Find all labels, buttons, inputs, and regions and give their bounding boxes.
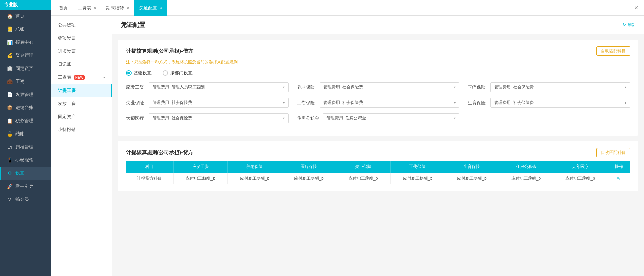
- unemployment-select-value: 管理费用_社会保险费: [153, 100, 192, 106]
- credit-col-操作: 操作: [607, 161, 630, 173]
- salary-select[interactable]: 管理费用_管理人员职工薪酬 ▾: [149, 82, 289, 92]
- sub-sidebar-item-pay-salary[interactable]: 发放工资: [51, 97, 112, 110]
- tab-period-close[interactable]: 期末结转×: [101, 0, 134, 16]
- maternity-select[interactable]: 管理费用_社会保险费 ▾: [490, 98, 630, 108]
- sidebar-item-reports[interactable]: 📊 报表中心: [0, 36, 51, 49]
- sub-sidebar-label-xiaochang-expense: 小畅报销: [58, 127, 76, 133]
- housing-select-value: 管理费用_住房公积金: [326, 115, 366, 121]
- credit-section-title: 计提核算规则(公司承担)-贷方: [126, 149, 193, 156]
- guide-icon: 🚀: [7, 183, 13, 189]
- tab-close-payroll[interactable]: ×: [94, 6, 96, 10]
- funds-icon: 💰: [7, 52, 13, 59]
- large-medical-select[interactable]: 管理费用_社会保险费 ▾: [149, 113, 289, 123]
- sidebar-item-guide[interactable]: 🚀 新手引导: [0, 180, 51, 193]
- sub-sidebar-item-payroll-table[interactable]: 工资表 NEW▾: [51, 71, 112, 84]
- pension-select-value: 管理费用_社会保险费: [323, 84, 363, 90]
- sub-sidebar-item-sales-invoice[interactable]: 销项发票: [51, 32, 112, 45]
- close-icon: 🔒: [7, 131, 13, 137]
- sub-sidebar-item-common[interactable]: 公共选项: [51, 19, 112, 32]
- credit-action-cell[interactable]: ✎: [607, 173, 630, 184]
- debit-section-title: 计提核算规则(公司承担)-借方: [126, 48, 193, 54]
- medical-select-value: 管理费用_社会保险费: [494, 84, 534, 90]
- housing-select[interactable]: 管理费用_住房公积金 ▾: [323, 113, 459, 123]
- salary-icon: 💼: [7, 78, 13, 85]
- assets-icon: 🏢: [7, 65, 13, 72]
- maternity-label: 生育保险: [468, 100, 487, 106]
- credit-auto-match-button[interactable]: 自动匹配科目: [596, 148, 630, 157]
- salary-chevron-icon: ▾: [283, 85, 285, 89]
- tab-payroll[interactable]: 工资表×: [73, 0, 101, 16]
- sidebar-item-ledger[interactable]: 📒 总账: [0, 23, 51, 36]
- sidebar-item-settings[interactable]: ⚙ 设置: [0, 167, 51, 180]
- refresh-button[interactable]: ↻ 刷新: [623, 22, 636, 28]
- radio-basic-circle: [126, 70, 132, 76]
- sidebar-item-home[interactable]: 🏠 首页: [0, 10, 51, 23]
- tab-voucher-config[interactable]: 凭证配置×: [134, 0, 167, 16]
- sidebar-item-stock[interactable]: 📦 进销台账: [0, 101, 51, 114]
- medical-select[interactable]: 管理费用_社会保险费 ▾: [490, 82, 630, 92]
- credit-col-医疗保险: 医疗保险: [282, 161, 336, 173]
- salary-select-value: 管理费用_管理人员职工薪酬: [153, 84, 205, 90]
- edit-icon[interactable]: ✎: [617, 176, 621, 181]
- sub-sidebar-label-payroll-table: 工资表 NEW: [58, 74, 85, 81]
- credit-section-header: 计提核算规则(公司承担)-贷方 自动匹配科目: [126, 148, 630, 157]
- tab-close-period-close[interactable]: ×: [127, 6, 129, 10]
- sidebar-item-archive[interactable]: 🗂 归档管理: [0, 140, 51, 153]
- credit-cell-4: 应付职工薪酬_b: [336, 173, 391, 184]
- radio-group: 基础设置 按部门设置: [126, 70, 630, 76]
- sidebar-label-close: 结账: [15, 131, 24, 137]
- sidebar-item-assets[interactable]: 🏢 固定资产: [0, 62, 51, 75]
- sub-sidebar-item-fixed-assets[interactable]: 固定资产: [51, 110, 112, 123]
- sidebar-item-invoice[interactable]: 📄 发票管理: [0, 88, 51, 101]
- large-medical-select-value: 管理费用_社会保险费: [153, 115, 192, 121]
- credit-table: 科目应发工资养老保险医疗保险失业保险工伤保险生育保险住房公积金大额医疗操作 计提…: [126, 161, 630, 184]
- sub-sidebar-label-calc-salary: 计提工资: [58, 87, 76, 94]
- sub-sidebar-item-calc-salary[interactable]: 计提工资: [51, 84, 112, 97]
- sidebar-label-invoice: 发票管理: [15, 92, 33, 98]
- refresh-icon: ↻: [623, 22, 626, 27]
- credit-cell-7: 应付职工薪酬_b: [499, 173, 553, 184]
- sub-sidebar-item-purchase-invoice[interactable]: 进项发票: [51, 45, 112, 58]
- sidebar-item-funds[interactable]: 💰 资金管理: [0, 49, 51, 62]
- close-window-button[interactable]: ✕: [631, 3, 641, 12]
- tab-label-voucher-config: 凭证配置: [139, 5, 157, 11]
- form-item-unemployment: 失业保险 管理费用_社会保险费 ▾: [126, 98, 289, 108]
- injury-label: 工伤保险: [297, 100, 316, 106]
- debit-form-row-2: 失业保险 管理费用_社会保险费 ▾ 工伤保险 管理费用_社会保险费 ▾: [126, 98, 630, 108]
- sidebar-item-vip[interactable]: V 畅会员: [0, 193, 51, 206]
- maternity-select-value: 管理费用_社会保险费: [494, 100, 534, 106]
- housing-label: 住房公积金: [297, 115, 319, 121]
- sidebar-item-close[interactable]: 🔒 结账: [0, 127, 51, 140]
- unemployment-select[interactable]: 管理费用_社会保险费 ▾: [149, 98, 289, 108]
- credit-cell-1: 应付职工薪酬_b: [173, 173, 228, 184]
- medical-chevron-icon: ▾: [625, 85, 626, 89]
- sub-sidebar-label-common: 公共选项: [58, 22, 76, 28]
- debit-auto-match-button[interactable]: 自动匹配科目: [596, 46, 630, 56]
- form-item-housing: 住房公积金 管理费用_住房公积金 ▾: [297, 113, 459, 123]
- sidebar-item-salary[interactable]: 💼 工资: [0, 75, 51, 88]
- sidebar-label-ledger: 总账: [15, 26, 24, 32]
- sidebar-label-home: 首页: [15, 13, 24, 19]
- archive-icon: 🗂: [7, 144, 13, 150]
- radio-basic-setting[interactable]: 基础设置: [126, 70, 152, 76]
- credit-cell-2: 应付职工薪酬_b: [228, 173, 282, 184]
- invoice-icon: 📄: [7, 92, 13, 98]
- sidebar-label-tax: 税务管理: [15, 118, 33, 124]
- tab-home[interactable]: 首页: [54, 0, 73, 16]
- injury-select[interactable]: 管理费用_社会保险费 ▾: [320, 98, 459, 108]
- radio-dept-setting[interactable]: 按部门设置: [163, 70, 193, 76]
- debit-section: 计提核算规则(公司承担)-借方 自动匹配科目 注：只能选择一种方式，系统将按照您…: [118, 40, 638, 136]
- radio-basic-label: 基础设置: [134, 70, 152, 76]
- pension-select[interactable]: 管理费用_社会保险费 ▾: [320, 82, 459, 92]
- radio-dept-circle: [163, 70, 168, 76]
- credit-cell-8: 应付职工薪酬_b: [553, 173, 607, 184]
- sub-sidebar-item-xiaochang-expense[interactable]: 小畅报销: [51, 123, 112, 136]
- credit-table-row: 计提贷方科目应付职工薪酬_b应付职工薪酬_b应付职工薪酬_b应付职工薪酬_b应付…: [126, 173, 630, 184]
- sub-sidebar-item-journal[interactable]: 日记账: [51, 58, 112, 71]
- sidebar-item-tax[interactable]: 📋 税务管理: [0, 114, 51, 127]
- sidebar-label-archive: 归档管理: [15, 144, 33, 150]
- salary-label: 应发工资: [126, 84, 145, 91]
- sidebar-label-settings: 设置: [15, 170, 24, 176]
- sidebar-item-xiaochang[interactable]: 📱 小畅报销: [0, 153, 51, 167]
- tab-close-voucher-config[interactable]: ×: [160, 6, 162, 10]
